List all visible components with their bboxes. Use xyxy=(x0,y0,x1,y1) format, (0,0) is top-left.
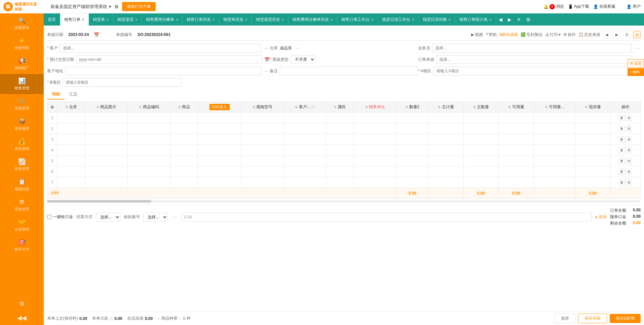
tab-sales-order-history[interactable]: 销售订单历史 ✕ xyxy=(183,13,219,26)
row6-warehouse[interactable] xyxy=(58,166,85,177)
row6-product-img[interactable] xyxy=(85,166,128,177)
video-action[interactable]: ▶ 视频 xyxy=(471,32,483,38)
row7-warehouse[interactable] xyxy=(58,177,85,188)
sidebar-item-purchase[interactable]: 🛒 采购管理 xyxy=(0,94,44,114)
row7-available[interactable] xyxy=(499,177,534,188)
row2-warehouse[interactable] xyxy=(58,123,85,134)
row1-product-img[interactable] xyxy=(85,113,128,123)
trial-industry-button[interactable]: 体验行业方案 xyxy=(122,2,156,11)
row6-attribute[interactable] xyxy=(326,166,354,177)
account-select[interactable]: 选择... xyxy=(143,213,168,221)
row3-main-qty[interactable] xyxy=(463,134,499,145)
row3-copy-icon[interactable]: ⊞ xyxy=(626,136,632,143)
row6-spec[interactable] xyxy=(241,166,284,177)
tab-summary[interactable]: 汇总 xyxy=(65,90,82,99)
row3-delete-icon[interactable]: 🗑 xyxy=(619,136,625,143)
row1-copy-icon[interactable]: ⊞ xyxy=(626,115,632,121)
customer-input[interactable] xyxy=(60,44,261,52)
sidebar-item-settings[interactable]: ⚙ xyxy=(0,297,44,311)
save-new-button[interactable]: 保存&新增 xyxy=(610,314,641,323)
row7-scan[interactable] xyxy=(198,177,241,188)
warehouse-more-icon[interactable]: ··· xyxy=(294,45,301,51)
product-count-circle-icon[interactable]: ○ xyxy=(158,316,160,321)
row3-customer-code[interactable] xyxy=(284,134,326,145)
tab-sales-invoice[interactable]: 销货单 ✕ xyxy=(89,13,113,26)
order-source-input[interactable] xyxy=(436,55,632,64)
row7-current-stock[interactable] xyxy=(575,177,611,188)
row4-sales-unit[interactable] xyxy=(354,145,396,156)
row6-current-stock[interactable] xyxy=(575,166,611,177)
row3-product-code[interactable] xyxy=(128,134,171,145)
row5-scan[interactable] xyxy=(198,156,241,166)
row6-scan[interactable] xyxy=(198,166,241,177)
row4-attribute[interactable] xyxy=(326,145,354,156)
row4-copy-icon[interactable]: ⊞ xyxy=(626,147,632,153)
row6-available2[interactable] xyxy=(534,166,575,177)
row1-current-stock[interactable] xyxy=(575,113,611,123)
row5-current-stock[interactable] xyxy=(575,156,611,166)
row6-customer-code[interactable] xyxy=(284,166,326,177)
tab-close-icon[interactable]: ✕ xyxy=(212,18,215,22)
tab-sales-return[interactable]: 销货退货 ✕ xyxy=(113,13,142,26)
row2-product-img[interactable] xyxy=(85,123,128,134)
row2-product-code[interactable] xyxy=(128,123,171,134)
tab-sales-order[interactable]: 销售订单 ✕ xyxy=(60,13,89,26)
row2-main-unit[interactable] xyxy=(428,123,464,134)
row5-available[interactable] xyxy=(499,156,534,166)
row5-qty2[interactable] xyxy=(396,156,428,166)
remark-input[interactable] xyxy=(280,67,418,75)
settings-panel-btn[interactable]: ⚙ 设置 xyxy=(628,59,644,68)
row5-product[interactable] xyxy=(171,156,198,166)
sidebar-item-marketing[interactable]: 📢 营销推广 xyxy=(0,54,44,74)
row2-product[interactable] xyxy=(171,123,198,134)
row7-product[interactable] xyxy=(171,177,198,188)
row4-current-stock[interactable] xyxy=(575,145,611,156)
row5-delete-icon[interactable]: 🗑 xyxy=(619,158,625,164)
row5-attribute[interactable] xyxy=(326,156,354,166)
operation-action[interactable]: ⚙ 操作 xyxy=(563,32,576,38)
tab-sales-expense[interactable]: 销售费用分摊单 ✕ xyxy=(142,13,183,26)
row5-copy-icon[interactable]: ⊞ xyxy=(626,158,632,164)
sidebar-collapse-button[interactable]: ◀◀ xyxy=(0,311,44,325)
customer-address-input[interactable] xyxy=(65,67,261,75)
row7-main-unit[interactable] xyxy=(428,177,464,188)
add-payment-btn[interactable]: ● 添加 xyxy=(595,214,606,220)
account-more-icon[interactable]: ··· xyxy=(171,214,178,220)
row5-product-code[interactable] xyxy=(128,156,171,166)
add-material-btn[interactable]: + 物料 xyxy=(628,68,644,76)
calendar-icon[interactable]: 📅 xyxy=(94,32,99,37)
row3-attribute[interactable] xyxy=(326,134,354,145)
row5-sales-unit[interactable] xyxy=(354,156,396,166)
row6-product-code[interactable] xyxy=(128,166,171,177)
notification-item[interactable]: 🔔 9 消息 xyxy=(543,4,564,9)
settings-icon[interactable]: ⚙ xyxy=(114,4,119,9)
row2-main-qty[interactable] xyxy=(463,123,499,134)
row5-customer-code[interactable] xyxy=(284,156,326,166)
tab-next-button[interactable]: ▶ xyxy=(505,13,514,26)
row7-product-img[interactable] xyxy=(85,177,128,188)
online-service-item[interactable]: 👤 在线客服 xyxy=(593,4,615,9)
row3-product[interactable] xyxy=(171,134,198,145)
row1-qty2[interactable] xyxy=(396,113,428,123)
row7-main-qty[interactable] xyxy=(463,177,499,188)
row1-sales-unit[interactable] xyxy=(354,113,396,123)
row4-scan[interactable] xyxy=(198,145,241,156)
row3-warehouse[interactable] xyxy=(58,134,85,145)
amount-input[interactable] xyxy=(181,213,592,221)
row4-product-img[interactable] xyxy=(85,145,128,156)
sidebar-item-finance[interactable]: 💰 资金管理 xyxy=(0,134,44,155)
row4-qty2[interactable] xyxy=(396,145,428,156)
tab-close-icon[interactable]: ✕ xyxy=(82,18,84,22)
row7-copy-icon[interactable]: ⊞ xyxy=(626,179,632,186)
row1-product-code[interactable] xyxy=(128,113,171,123)
row2-qty2[interactable] xyxy=(396,123,428,134)
row1-available[interactable] xyxy=(499,113,534,123)
tab-close-all-button[interactable]: ✕ xyxy=(514,13,524,26)
row7-qty2[interactable] xyxy=(396,177,428,188)
row5-spec[interactable] xyxy=(241,156,284,166)
tab-daily-reconcile[interactable]: 钱货日清对账 ✕ xyxy=(419,13,455,26)
row5-main-qty[interactable] xyxy=(463,156,499,166)
nav-prev-icon[interactable]: ◀ xyxy=(603,31,610,38)
row1-customer-code[interactable] xyxy=(284,113,326,123)
sidebar-item-sales[interactable]: 📊 销售管理 xyxy=(0,74,44,94)
